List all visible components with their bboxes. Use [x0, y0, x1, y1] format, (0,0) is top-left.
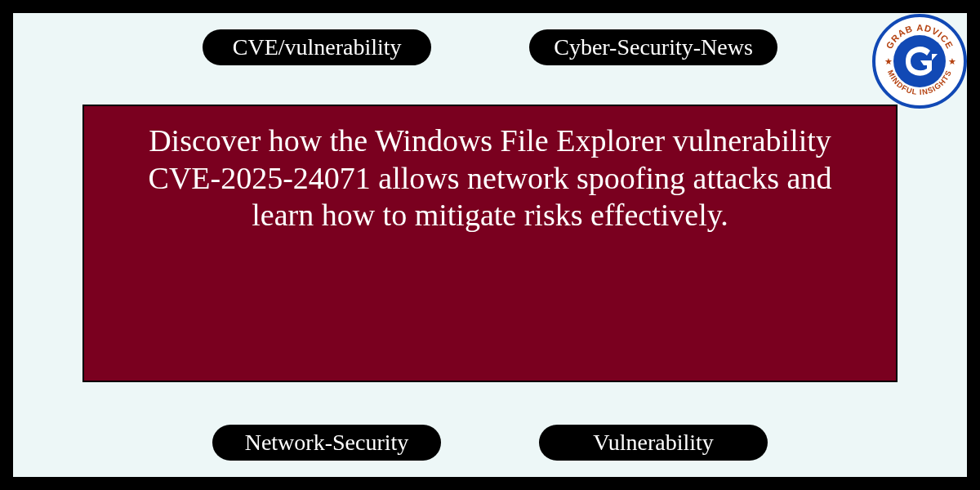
logo-letter-icon	[899, 41, 940, 82]
tag-vulnerability[interactable]: Vulnerability	[539, 425, 768, 461]
logo-inner-circle	[893, 35, 946, 87]
brand-logo: GRAB ADVICE MINDFUL INSIGHTS ★ ★	[872, 14, 967, 109]
star-right-icon: ★	[948, 56, 956, 66]
top-tag-row: CVE/vulnerability Cyber-Security-News	[13, 29, 967, 65]
content-panel: Discover how the Windows File Explorer v…	[82, 105, 898, 382]
main-description: Discover how the Windows File Explorer v…	[117, 122, 863, 234]
tag-cve-vulnerability[interactable]: CVE/vulnerability	[203, 29, 431, 65]
tag-cyber-security-news[interactable]: Cyber-Security-News	[529, 29, 777, 65]
bottom-tag-row: Network-Security Vulnerability	[13, 425, 967, 461]
tag-network-security[interactable]: Network-Security	[212, 425, 441, 461]
logo-outer-ring: GRAB ADVICE MINDFUL INSIGHTS ★ ★	[872, 14, 967, 109]
main-frame: CVE/vulnerability Cyber-Security-News Di…	[13, 13, 967, 477]
star-left-icon: ★	[884, 56, 893, 66]
